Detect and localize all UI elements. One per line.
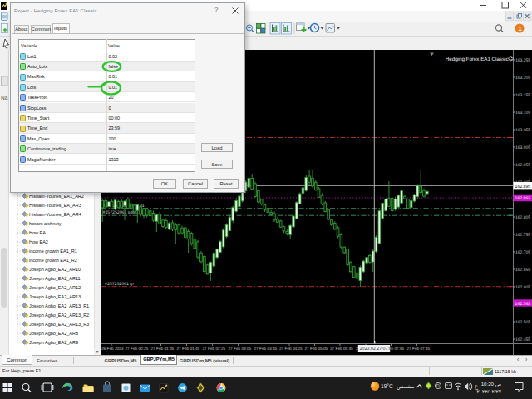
svg-text:Joseph Agbo_EA2_AR13_R1: Joseph Agbo_EA2_AR13_R1 — [29, 303, 89, 308]
svg-text:Hedging Forex EA1 Classic: Hedging Forex EA1 Classic — [446, 57, 509, 62]
svg-text:27 Feb 04:25: 27 Feb 04:25 — [279, 347, 303, 351]
svg-text:27 Feb 03:05: 27 Feb 03:05 — [229, 347, 252, 351]
svg-text:مشمس: مشمس — [397, 383, 415, 390]
svg-text:27 Feb 00:25: 27 Feb 00:25 — [126, 347, 149, 351]
svg-text:#257252061 sell 0.01: #257252061 sell 0.01 — [103, 210, 145, 215]
svg-text:162.895: 162.895 — [515, 185, 531, 190]
svg-text:27 Feb 03:45: 27 Feb 03:45 — [254, 347, 278, 351]
svg-text:Joseph Agbo_EA2_AR13: Joseph Agbo_EA2_AR13 — [29, 294, 81, 299]
svg-text:162.605: 162.605 — [515, 285, 530, 290]
svg-text:D: D — [436, 383, 440, 388]
svg-text:162.563: 162.563 — [515, 302, 531, 307]
svg-text:Hisham-Younes_EA1_AR2: Hisham-Younes_EA1_AR2 — [29, 194, 84, 199]
svg-text:income growth EA1_R1: income growth EA1_R1 — [29, 249, 77, 254]
svg-text:162.455: 162.455 — [515, 337, 530, 342]
svg-text:How EA2: How EA2 — [29, 239, 48, 244]
svg-text:26 Feb 2023: 26 Feb 2023 — [101, 347, 124, 351]
svg-text:162.955: 162.955 — [515, 163, 530, 168]
svg-text:Joseph Agbo_EA2_AR13_R3: Joseph Agbo_EA2_AR13_R3 — [29, 322, 89, 327]
svg-text:162.705: 162.705 — [515, 250, 530, 255]
svg-text:Joseph Agbo_EA2_AR9: Joseph Agbo_EA2_AR9 — [29, 340, 78, 345]
svg-text:27 Feb 05:45: 27 Feb 05:45 — [330, 347, 353, 351]
svg-text:2023.02.27 07:00: 2023.02.27 07:00 — [360, 347, 394, 352]
svg-text:162.505: 162.505 — [515, 320, 530, 325]
svg-text:Joseph Agbo_EA2_AR8: Joseph Agbo_EA2_AR8 — [29, 331, 78, 336]
svg-text:Joseph Agbo_EA2_AR13_R2: Joseph Agbo_EA2_AR13_R2 — [29, 313, 89, 318]
svg-text:1: 1 — [518, 25, 522, 32]
svg-text:10:20 ص: 10:20 ص — [481, 381, 501, 387]
svg-text:163.105: 163.105 — [515, 111, 530, 116]
svg-text:163.005: 163.005 — [515, 145, 530, 150]
svg-text:19°C: 19°C — [381, 383, 393, 389]
svg-text:27 Feb 02:25: 27 Feb 02:25 — [203, 347, 226, 351]
svg-text:Joseph Agbo_EA2_AR10: Joseph Agbo_EA2_AR10 — [29, 267, 81, 272]
svg-text:163.155: 163.155 — [515, 93, 530, 98]
svg-text:27 Feb 05:05: 27 Feb 05:05 — [305, 347, 328, 351]
svg-text:Hisham-Younes_EA_AR3: Hisham-Younes_EA_AR3 — [29, 203, 81, 208]
svg-text:How EA: How EA — [29, 230, 46, 235]
svg-text:163.255: 163.255 — [515, 58, 530, 63]
svg-text:162.655: 162.655 — [515, 268, 530, 273]
svg-text:٢٠٢٣/٠٢/٢٧: ٢٠٢٣/٠٢/٢٧ — [476, 388, 501, 394]
svg-text:162.755: 162.755 — [515, 233, 530, 238]
svg-text:income growth EA1_R2: income growth EA1_R2 — [29, 258, 77, 263]
svg-text:27 Feb 01:45: 27 Feb 01:45 — [177, 347, 200, 351]
svg-text:Na: Na — [1, 95, 8, 101]
svg-text:27 Feb 01:05: 27 Feb 01:05 — [151, 347, 175, 351]
svg-text:27 Feb 07:45: 27 Feb 07:45 — [407, 347, 431, 351]
svg-text:hosam alshnety: hosam alshnety — [29, 221, 62, 226]
svg-text:Joseph Agbo_EA2_AR12: Joseph Agbo_EA2_AR12 — [29, 285, 81, 290]
svg-text:162.863: 162.863 — [515, 196, 531, 201]
svg-text:163.055: 163.055 — [515, 128, 530, 133]
svg-text:163.205: 163.205 — [515, 76, 530, 81]
svg-text:Joseph Agbo_EA2_AR11: Joseph Agbo_EA2_AR11 — [29, 276, 81, 281]
svg-text:162.805: 162.805 — [515, 215, 530, 220]
svg-text:#257252061 tp: #257252061 tp — [105, 282, 134, 287]
svg-text:Hisham-Younes_EA_AR4: Hisham-Younes_EA_AR4 — [29, 212, 81, 217]
